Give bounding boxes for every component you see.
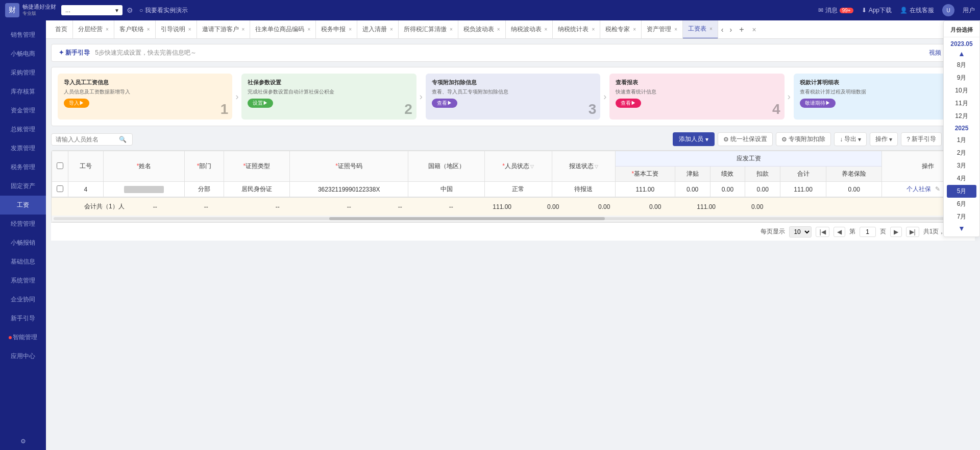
row-social-insurance-link[interactable]: 个人社保 bbox=[906, 185, 931, 193]
tab-invite[interactable]: 邀请下游客户× bbox=[197, 20, 251, 39]
sidebar-item-inventory[interactable]: 库存核算 bbox=[0, 82, 46, 101]
sidebar-item-basic[interactable]: 基础信息 bbox=[0, 252, 46, 271]
tab-invite-close[interactable]: × bbox=[242, 27, 245, 32]
search-input[interactable] bbox=[56, 136, 117, 143]
step-5-btn[interactable]: 敬请期待▶ bbox=[800, 99, 836, 108]
tab-tier-mgmt-close[interactable]: × bbox=[106, 27, 109, 32]
tab-customer[interactable]: 客户联络× bbox=[114, 20, 156, 39]
month-item-7[interactable]: 7月 bbox=[944, 210, 979, 223]
month-item-8[interactable]: 8月 bbox=[944, 59, 979, 72]
next-page-button[interactable]: ▶ bbox=[890, 227, 902, 237]
tab-tax-report[interactable]: 税务申报× bbox=[316, 20, 357, 39]
tab-tax-table-close[interactable]: × bbox=[592, 27, 595, 32]
new-guide-button[interactable]: ? 新手引导 bbox=[901, 132, 942, 146]
tab-salary[interactable]: 工资表× bbox=[683, 20, 718, 39]
page-input[interactable] bbox=[860, 227, 876, 237]
tab-prev-button[interactable]: ‹ bbox=[718, 26, 727, 34]
social-security-button[interactable]: ⚙ 统一社保设置 bbox=[718, 132, 773, 146]
tab-tax-calc-close[interactable]: × bbox=[450, 27, 453, 32]
demo-button[interactable]: ○ 我要看实例演示 bbox=[139, 6, 188, 15]
first-page-button[interactable]: |◀ bbox=[816, 227, 829, 237]
sidebar-item-finance[interactable]: 资金管理 bbox=[0, 101, 46, 120]
send-status-sort-icon[interactable]: ▽ bbox=[595, 164, 598, 169]
tab-next-button[interactable]: › bbox=[726, 26, 735, 34]
sidebar-settings-button[interactable]: ⚙ bbox=[0, 433, 46, 450]
prev-page-button[interactable]: ◀ bbox=[834, 227, 845, 237]
scrollbar-thumb[interactable] bbox=[329, 217, 605, 220]
sidebar-item-marketing[interactable]: 小畅报销 bbox=[0, 233, 46, 252]
month-item-11[interactable]: 11月 bbox=[944, 97, 979, 110]
tab-tax-exempt[interactable]: 税负波动表× bbox=[458, 20, 506, 39]
sidebar-item-ledger[interactable]: 总账管理 bbox=[0, 120, 46, 139]
app-download-button[interactable]: ⬇ App下载 bbox=[862, 6, 892, 15]
message-button[interactable]: ✉ 消息 99+ bbox=[818, 6, 853, 15]
tab-product-code[interactable]: 往来单位商品编码× bbox=[250, 20, 316, 39]
tab-product-code-close[interactable]: × bbox=[307, 27, 310, 32]
status-sort-icon[interactable]: ▽ bbox=[530, 164, 534, 169]
step-4-btn[interactable]: 查看▶ bbox=[616, 99, 641, 108]
sidebar-item-fixedasset[interactable]: 固定资产 bbox=[0, 177, 46, 196]
page-size-select[interactable]: 10 20 50 bbox=[789, 226, 812, 238]
row-edit-icon[interactable]: ✎ bbox=[935, 185, 940, 193]
tab-tax-exempt-close[interactable]: × bbox=[497, 27, 500, 32]
sidebar-item-apps[interactable]: 应用中心 bbox=[0, 347, 46, 366]
tab-tax-expert[interactable]: 税检专家× bbox=[600, 20, 642, 39]
tab-tax-stats-close[interactable]: × bbox=[545, 27, 548, 32]
tab-home[interactable]: 首页 bbox=[50, 20, 73, 39]
month-down-button[interactable]: ▼ bbox=[956, 224, 967, 232]
tab-tax-expert-close[interactable]: × bbox=[633, 27, 636, 32]
month-item-5[interactable]: 5月 bbox=[947, 185, 976, 198]
tab-tax-table[interactable]: 纳税统计表× bbox=[553, 20, 600, 39]
sidebar-item-enterprise[interactable]: 企业协同 bbox=[0, 290, 46, 309]
horizontal-scrollbar[interactable] bbox=[52, 216, 974, 222]
user-avatar[interactable]: U bbox=[942, 4, 954, 16]
settings-icon[interactable]: ⚙ bbox=[127, 6, 133, 14]
select-all-checkbox[interactable] bbox=[57, 162, 63, 169]
sidebar-item-operation[interactable]: 经营管理 bbox=[0, 215, 46, 233]
deduction-button[interactable]: ⚙ 专项附加扣除 bbox=[776, 132, 831, 146]
sidebar-item-salary[interactable]: 工资 bbox=[0, 196, 46, 215]
sidebar-item-ecommerce[interactable]: 小畅电商 bbox=[0, 44, 46, 63]
tab-tax-stats[interactable]: 纳税波动表× bbox=[506, 20, 553, 39]
tab-clear-book[interactable]: 进入清册× bbox=[357, 20, 399, 39]
tab-clear-book-close[interactable]: × bbox=[390, 27, 393, 32]
all-tabs-close-button[interactable]: × bbox=[749, 26, 760, 34]
company-selector[interactable]: ... ▼ bbox=[61, 5, 122, 15]
month-item-3[interactable]: 3月 bbox=[944, 159, 979, 172]
sidebar-item-purchase[interactable]: 采购管理 bbox=[0, 63, 46, 82]
sidebar-item-invoice[interactable]: 发票管理 bbox=[0, 139, 46, 158]
month-up-button[interactable]: ▲ bbox=[956, 50, 967, 58]
sidebar-item-system[interactable]: 系统管理 bbox=[0, 271, 46, 290]
export-button[interactable]: ↓ 导出 ▾ bbox=[834, 132, 867, 146]
tab-add-button[interactable]: + bbox=[735, 25, 748, 34]
search-icon[interactable]: 🔍 bbox=[119, 136, 127, 143]
step-2-btn[interactable]: 设置▶ bbox=[248, 99, 273, 108]
tab-asset-mgmt-close[interactable]: × bbox=[674, 27, 677, 32]
guide-video-link[interactable]: 视频 bbox=[929, 49, 941, 57]
tab-tax-report-close[interactable]: × bbox=[349, 27, 352, 32]
step-1-btn[interactable]: 导入▶ bbox=[64, 99, 89, 108]
tab-customer-close[interactable]: × bbox=[147, 27, 150, 32]
operations-button[interactable]: 操作 ▾ bbox=[870, 132, 898, 146]
tab-asset-mgmt[interactable]: 资产管理× bbox=[642, 20, 683, 39]
row-checkbox[interactable] bbox=[57, 185, 63, 192]
tab-tier-mgmt[interactable]: 分层经营× bbox=[73, 20, 114, 39]
tab-guide[interactable]: 引导说明× bbox=[156, 20, 197, 39]
tab-salary-close[interactable]: × bbox=[709, 26, 713, 32]
step-3-btn[interactable]: 查看▶ bbox=[432, 99, 457, 108]
month-item-4[interactable]: 4月 bbox=[944, 172, 979, 185]
sidebar-item-tax[interactable]: 税务管理 bbox=[0, 158, 46, 177]
add-person-button[interactable]: 添加人员 ▾ bbox=[673, 132, 715, 146]
month-item-9[interactable]: 9月 bbox=[944, 72, 979, 84]
sidebar-item-sales[interactable]: 销售管理 bbox=[0, 26, 46, 44]
tab-tax-calc[interactable]: 所得税汇算清缴× bbox=[399, 20, 458, 39]
month-item-2[interactable]: 2月 bbox=[944, 147, 979, 159]
last-page-button[interactable]: ▶| bbox=[906, 227, 919, 237]
sidebar-item-newguide[interactable]: 新手引导 bbox=[0, 309, 46, 328]
online-service-button[interactable]: 👤 在线客服 bbox=[900, 6, 934, 15]
month-item-1[interactable]: 1月 bbox=[944, 134, 979, 147]
month-item-10[interactable]: 10月 bbox=[944, 84, 979, 97]
month-item-6[interactable]: 6月 bbox=[944, 198, 979, 210]
month-item-12[interactable]: 12月 bbox=[944, 110, 979, 123]
tab-guide-close[interactable]: × bbox=[188, 27, 191, 32]
